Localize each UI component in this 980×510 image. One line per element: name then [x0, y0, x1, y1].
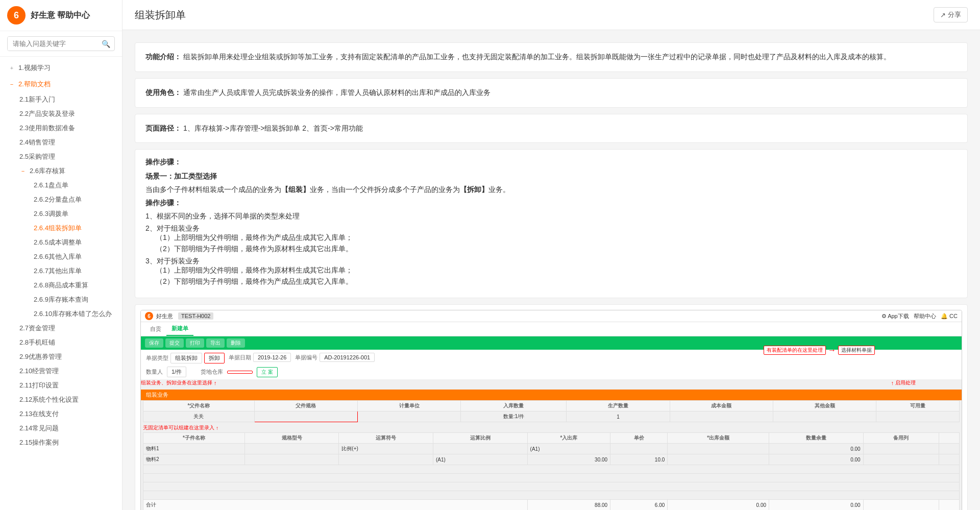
nav-sub-2-6: 2.6.1盘点单 2.6.2分量盘点单 2.6.3调拨单 2.6.4组装拆卸单 … [14, 178, 122, 321]
page-title: 组装拆卸单 [135, 8, 186, 22]
sub-step-list-2: （1）上部明细为父件明细，最终作为产成品生成其它入库单； （2）下部明细为子件明… [145, 233, 957, 254]
sub-step-2-2: （2）下部明细为子件明细，最终作为原材料生成其它出库单。 [156, 245, 957, 254]
ss-btn-export[interactable]: 导出 [206, 338, 225, 348]
sidebar-item-label: 2.6.10库存账本错了怎么办 [34, 309, 112, 319]
sidebar-item-label: 2.1新手入门 [19, 95, 55, 104]
sidebar-item-2-11[interactable]: 2.11打印设置 [14, 378, 122, 393]
sidebar-item-2-13[interactable]: 2.13在线支付 [14, 407, 122, 421]
sidebar-item-2-3[interactable]: 2.3使用前数据准备 [14, 121, 122, 135]
ss-tab-home[interactable]: 自贡 [145, 323, 166, 335]
sub-step-3-2: （2）下部明细为子件明细，最终作为产成品生成其它入库单。 [156, 277, 957, 286]
ss-form-warehouse[interactable] [227, 371, 253, 374]
sidebar-item-label: 2.11打印设置 [19, 381, 59, 390]
ss-brand: 好生意 [156, 312, 173, 320]
sidebar-item-2-2[interactable]: 2.2产品安装及登录 [14, 107, 122, 121]
share-icon: ↗ [940, 11, 946, 19]
ss-cell-instock-1: 数量:1/件 [461, 411, 567, 422]
brand-name: 好生意 帮助中心 [31, 10, 90, 21]
sidebar-item-2-6-1[interactable]: 2.6.1盘点单 [29, 178, 122, 192]
ss-bottom-table: *子件名称 规格型号 运算符号 运算比例 *入出库 单价 *出库金额 数量余量 … [143, 432, 960, 510]
ss-footer-0-2: 0.00 [769, 500, 864, 510]
ss-child-name-1: 物料1 [143, 444, 245, 454]
ss-child-op-1: 比例(+) [339, 444, 433, 454]
ss-top-table: *父件名称 父件规格 计量单位 入库数量 生产数量 成本金额 其他金额 可用量 [143, 400, 960, 422]
mock-screenshot: 6 好生意 TEST-H002 ⚙ App下载 帮助中心 🔔 CC 自贡 新建单… [140, 310, 962, 510]
sidebar-item-2-5[interactable]: 2.5采购管理 [14, 150, 122, 164]
ss-btn-print[interactable]: 打印 [186, 338, 204, 348]
ss-empty-row-6 [143, 491, 960, 500]
ss-col-cost-amt: 成本金额 [670, 401, 773, 411]
ss-field-date-val[interactable]: 2019-12-26 [253, 353, 291, 362]
ss-field-type-val[interactable]: 组装拆卸 [170, 353, 202, 363]
annotation-arrow-biztype: ↑ [214, 380, 217, 386]
ss-col-qty-remain: 数量余量 [769, 433, 864, 444]
ss-titlebar: 6 好生意 TEST-H002 ⚙ App下载 帮助中心 🔔 CC [141, 310, 962, 322]
ss-footer-6: 6.00 [610, 500, 668, 510]
annotation-bom-bubble: 有装配清单的在这里处理 [764, 346, 826, 355]
ss-tab-new[interactable]: 新建单 [166, 322, 193, 336]
ss-bottom-table-footer: 合计 88.00 6.00 0.00 0.00 [143, 500, 960, 510]
sidebar-item-2-6-2[interactable]: 2.6.2分量盘点单 [29, 192, 122, 207]
sidebar-item-label: 2.6.8商品成本重算 [34, 281, 88, 290]
ss-col-instock-qty: 入库数量 [461, 401, 567, 411]
sidebar-item-2-6-5[interactable]: 2.6.5成本调整单 [29, 235, 122, 250]
operations-section: 操作步骤： 场景一：加工类型选择 当由多个子件材料组装成一个成品的业务为【组装】… [135, 149, 968, 298]
sidebar-item-2-14[interactable]: 2.14常见问题 [14, 421, 122, 435]
ss-footer-0-1: 0.00 [668, 500, 769, 510]
path-card: 页面路径： 1、库存核算->库存管理->组装拆卸单 2、首页->常用功能 [135, 114, 968, 143]
search-button[interactable]: 🔍 [97, 38, 114, 50]
annotation-enable-text: 启用处理 [895, 379, 916, 386]
ss-field-no-val[interactable]: AD-20191226-001 [320, 353, 375, 362]
ss-child-inout-2: 30.00 [527, 454, 610, 465]
sidebar-item-2-6[interactable]: − 2.6库存核算 [14, 164, 122, 178]
sidebar-item-label: 2.6.7其他出库单 [34, 266, 82, 276]
ss-child-remain-2: 0.00 [769, 454, 864, 465]
sidebar-item-2-4[interactable]: 2.4销售管理 [14, 135, 122, 150]
ss-col-inout: *入出库 [527, 433, 610, 444]
ss-btn-apply[interactable]: 立 案 [257, 367, 278, 377]
sidebar-item-videos[interactable]: + 1.视频学习 [0, 60, 122, 76]
sidebar-item-2-6-3[interactable]: 2.6.3调拨单 [29, 207, 122, 221]
ss-top-table-body: 关关 数量:1/件 1 [143, 411, 960, 422]
ss-btn-submit[interactable]: 提交 [165, 338, 184, 348]
sidebar-item-2-6-6[interactable]: 2.6.6其他入库单 [29, 250, 122, 264]
ss-field-subtype-val[interactable]: 拆卸 [204, 353, 225, 363]
ss-child-ratio-1 [433, 444, 527, 454]
ss-form-qty[interactable]: 1/件 [167, 367, 186, 377]
annotation-biztype-text: 组装业务、拆卸业务在这里选择 [141, 379, 212, 386]
sidebar-item-2-10[interactable]: 2.10经营管理 [14, 364, 122, 378]
sidebar: 6 好生意 帮助中心 🔍 + 1.视频学习 − 2.帮助文档 2.1新手入门 2… [0, 0, 122, 510]
ss-col-ratio: 运算比例 [433, 433, 527, 444]
sidebar-item-2-6-7[interactable]: 2.6.7其他出库单 [29, 264, 122, 278]
ss-form-row-wrap: 单据类型 组装拆卸 拆卸 单据日期 2019-12-26 单据编号 AD-201… [146, 353, 957, 363]
sidebar-item-2-6-10[interactable]: 2.6.10库存账本错了怎么办 [29, 307, 122, 321]
ss-btn-save[interactable]: 保存 [145, 338, 163, 348]
sidebar-item-2-15[interactable]: 2.15操作案例 [14, 435, 122, 450]
sidebar-item-2-9[interactable]: 2.9优惠券管理 [14, 350, 122, 364]
sidebar-item-label: 2.帮助文档 [18, 80, 51, 89]
sidebar-item-2-7[interactable]: 2.7资金管理 [14, 321, 122, 335]
sidebar-item-label: 2.6.6其他入库单 [34, 252, 82, 261]
sidebar-item-docs[interactable]: − 2.帮助文档 [0, 76, 122, 92]
annotation-select-btn[interactable]: 选择材料单据 [838, 346, 875, 355]
sidebar-item-2-12[interactable]: 2.12系统个性化设置 [14, 393, 122, 407]
share-label: 分享 [948, 10, 961, 19]
nav-sub-docs: 2.1新手入门 2.2产品安装及登录 2.3使用前数据准备 2.4销售管理 2.… [0, 92, 122, 450]
search-input[interactable] [8, 37, 97, 51]
sidebar-item-label: 2.6.2分量盘点单 [34, 195, 82, 204]
sub-step-2-1: （1）上部明细为父件明细，最终作为产成品生成其它入库单； [156, 233, 957, 242]
sidebar-item-2-8[interactable]: 2.8手机旺铺 [14, 335, 122, 350]
share-button[interactable]: ↗ 分享 [934, 7, 968, 22]
sidebar-item-2-1[interactable]: 2.1新手入门 [14, 92, 122, 107]
ss-btn-delete[interactable]: 删除 [227, 338, 245, 348]
sidebar-item-2-6-8[interactable]: 2.6.8商品成本重算 [29, 278, 122, 293]
toggle-icon: − [19, 168, 27, 174]
ss-top-table-header: *父件名称 父件规格 计量单位 入库数量 生产数量 成本金额 其他金额 可用量 [143, 401, 960, 411]
screenshot-container: 6 好生意 TEST-H002 ⚙ App下载 帮助中心 🔔 CC 自贡 新建单… [135, 304, 968, 510]
sidebar-item-2-6-9[interactable]: 2.6.9库存账本查询 [29, 293, 122, 307]
ss-child-ratio-2: (A1) [433, 454, 527, 465]
ss-empty-row-3 [143, 465, 960, 474]
sidebar-item-2-6-4[interactable]: 2.6.4组装拆卸单 [29, 221, 122, 235]
ss-bottom-table-body: 物料1 比例(+) (A1) 0.00 [143, 444, 960, 500]
ss-col-avail-qty: 可用量 [876, 401, 960, 411]
